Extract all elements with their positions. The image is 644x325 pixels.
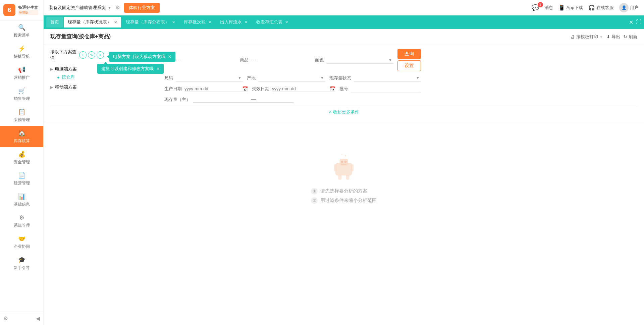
- message-item[interactable]: 💬 9 消息: [532, 4, 553, 11]
- scheme-tree: ▶ 电脑端方案 ● 按仓库 ▶ 移动端方案: [50, 65, 104, 91]
- logo-icon: 6: [3, 4, 15, 16]
- logo-name: 畅通好生意: [18, 5, 38, 10]
- inventory-main-label: 现存量（主）: [164, 97, 191, 103]
- user-item[interactable]: 👤 用户: [619, 3, 639, 12]
- size-select[interactable]: ▼: [176, 74, 243, 82]
- logo-badge: 标准版: [18, 10, 38, 15]
- expiry-date-input[interactable]: [272, 86, 328, 91]
- filter-field-product: 商品 ···: [240, 57, 311, 63]
- tab-receive-summary-label: 收发存汇总表: [256, 19, 282, 25]
- online-support-item[interactable]: 🎧 在线客服: [588, 4, 614, 11]
- tab-inventory-dist[interactable]: 现存量（库存分布表） ✕: [122, 17, 179, 28]
- add-scheme-btn[interactable]: +: [79, 51, 87, 59]
- prod-date-calendar-icon[interactable]: 📅: [242, 86, 248, 92]
- print-template-btn[interactable]: 🖨 按模板打印 ▼: [571, 34, 603, 40]
- scheme-tree-pc[interactable]: ▶ 电脑端方案: [50, 65, 104, 73]
- sidebar-item-enterprise[interactable]: 🤝 企业协同: [0, 232, 43, 253]
- tab-inout-flow[interactable]: 出入库流水 ✕: [216, 17, 252, 28]
- scheme-sub-warehouse[interactable]: ● 按仓库: [50, 73, 104, 81]
- topbar: 装备及固定资产辅助管理系统 ▼ ⚙ 体验行业方案 💬 9 消息 📱 App下载 …: [44, 0, 644, 15]
- tip-num-2: ②: [311, 197, 318, 204]
- expiry-date-label: 失效日期: [252, 86, 269, 92]
- sidebar-item-label-newbie: 新手引导: [14, 265, 30, 271]
- color-select[interactable]: ▼: [326, 57, 393, 64]
- size-label: 尺码: [164, 75, 173, 81]
- sidebar-item-marketing[interactable]: 📢 营销推广: [0, 63, 43, 84]
- batch-no-label: 批号: [339, 86, 348, 92]
- filter-main: 仓库 ··· 商品 ··· 颜色 ▼: [164, 49, 421, 106]
- msg-badge: 9: [538, 2, 543, 7]
- topbar-gear-icon[interactable]: ⚙: [115, 4, 120, 11]
- sidebar-item-system[interactable]: ⚙ 系统管理: [0, 211, 43, 232]
- filter-row-2: 尺码 ▼ 产地 ▼: [164, 74, 421, 82]
- collapse-bar[interactable]: ∧ 收起更多条件: [50, 106, 637, 118]
- sidebar-item-label-inventory: 库存核算: [14, 138, 30, 144]
- plan-button[interactable]: 体验行业方案: [124, 3, 160, 13]
- tab-home[interactable]: 首页: [46, 17, 63, 28]
- tab-inventory-status-close[interactable]: ✕: [114, 20, 117, 24]
- export-btn[interactable]: ⬇ 导出: [606, 34, 620, 40]
- logo-area: 6 畅通好生意 标准版: [0, 0, 43, 20]
- expiry-date-calendar-icon[interactable]: 📅: [330, 86, 335, 92]
- edit-scheme-btn[interactable]: ✎: [88, 51, 95, 59]
- tab-inventory-dist-label: 现存量（库存分布表）: [126, 19, 169, 25]
- sidebar-item-inventory[interactable]: 🏠 库存核算: [0, 126, 43, 147]
- system-name-text: 装备及固定资产辅助管理系统: [49, 5, 106, 11]
- filter-field-origin: 产地 ▼: [247, 74, 325, 82]
- sidebar-item-operations[interactable]: 📄 经营管理: [0, 168, 43, 189]
- refresh-btn[interactable]: ↻ 刷新: [624, 34, 637, 40]
- filter-header: 按以下方案查询 + ✎ «: [50, 49, 104, 61]
- svg-rect-7: [338, 175, 341, 180]
- tab-batch-account-close[interactable]: ✕: [208, 20, 211, 24]
- tab-batch-account[interactable]: 库存批次账 ✕: [180, 17, 215, 28]
- empty-tips: ① 请先选择要分析的方案 ② 用过滤条件来缩小分析范围: [311, 188, 377, 204]
- collapse-footer-btn[interactable]: ◀: [36, 315, 40, 322]
- app-download-item[interactable]: 📱 App下载: [558, 4, 583, 11]
- system-name: 装备及固定资产辅助管理系统 ▼: [49, 5, 111, 11]
- svg-text:✦: ✦: [341, 153, 342, 155]
- sidebar-item-finance[interactable]: 💰 资金管理: [0, 147, 43, 168]
- scheme-tree-mobile[interactable]: ▶ 移动端方案: [50, 83, 104, 91]
- scheme-edit-tooltip-close[interactable]: ✕: [156, 66, 160, 71]
- sidebar-item-sales[interactable]: 🛒 销售管理: [0, 84, 43, 105]
- refresh-label: 刷新: [629, 34, 637, 40]
- page-title: 现存量查询(按仓库+商品): [50, 33, 111, 40]
- sidebar-item-search[interactable]: 🔍 搜索菜单: [0, 20, 43, 42]
- empty-tip-2: ② 用过滤条件来缩小分析范围: [311, 197, 377, 204]
- sidebar-item-label-sales: 销售管理: [14, 96, 30, 102]
- batch-no-input[interactable]: [351, 85, 421, 93]
- filter-area-inner: 按以下方案查询 + ✎ « ▶: [50, 49, 637, 106]
- reset-button[interactable]: 设置: [397, 60, 421, 71]
- finance-icon: 💰: [18, 151, 25, 158]
- inventory-main-min[interactable]: [193, 97, 250, 102]
- search-icon: 🔍: [18, 24, 25, 31]
- print-chevron-icon: ▼: [599, 35, 603, 39]
- tab-inout-flow-close[interactable]: ✕: [245, 20, 248, 24]
- tabs-bar: 首页 现存量（库存状况表） ✕ 现存量（库存分布表） ✕ 库存批次账 ✕ 出入库…: [44, 15, 644, 29]
- mobile-arrow-icon: ▶: [50, 85, 53, 90]
- sidebar-item-newbie[interactable]: 🎓 新手引导: [0, 253, 43, 274]
- close-others-icon[interactable]: ✕: [629, 19, 633, 25]
- sidebar-item-basic[interactable]: 📊 基础信息: [0, 189, 43, 211]
- basic-icon: 📊: [18, 193, 25, 200]
- inventory-main-max[interactable]: [258, 97, 314, 102]
- fullscreen-icon[interactable]: ⛶: [636, 19, 641, 25]
- tab-inventory-dist-close[interactable]: ✕: [172, 20, 175, 24]
- search-button[interactable]: 查询: [397, 49, 421, 59]
- scheme-edit-tooltip: 这里可以创建和修改方案哦 ✕: [97, 64, 164, 74]
- tab-receive-summary[interactable]: 收发存汇总表 ✕: [252, 17, 292, 28]
- inventory-status-label: 现存量状态: [329, 75, 351, 81]
- prod-date-input[interactable]: [184, 86, 241, 91]
- sidebar-item-purchase[interactable]: 📋 采购管理: [0, 105, 43, 126]
- tabs-bar-right: ✕ ⛶: [629, 19, 641, 25]
- sub-bullet: ●: [57, 75, 60, 80]
- scheme-tooltip-close[interactable]: ✕: [168, 54, 171, 59]
- prod-date-input-group: 📅: [184, 86, 248, 92]
- settings-footer-btn[interactable]: ⚙: [3, 315, 8, 322]
- inventory-status-select[interactable]: ▼: [354, 74, 421, 82]
- tab-receive-summary-close[interactable]: ✕: [285, 20, 288, 24]
- sidebar-item-quick[interactable]: ⚡ 快捷导航: [0, 42, 43, 63]
- back-scheme-btn[interactable]: «: [97, 51, 104, 59]
- tab-inventory-status[interactable]: 现存量（库存状况表） ✕: [64, 17, 121, 28]
- origin-select[interactable]: ▼: [258, 74, 325, 82]
